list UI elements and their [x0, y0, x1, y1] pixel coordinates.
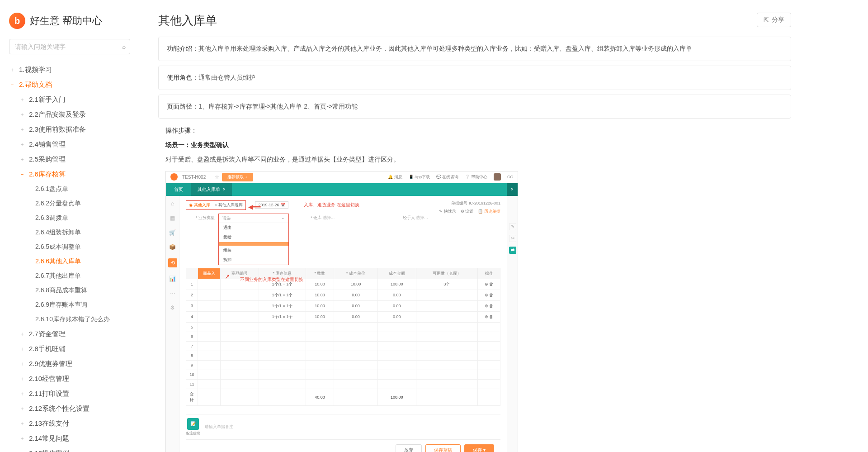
nav-2-9[interactable]: ＋2.9优惠券管理 — [9, 360, 130, 368]
nav-2-6-2[interactable]: 2.6.2分量盘点单 — [9, 200, 130, 208]
plus-icon: ＋ — [19, 436, 25, 442]
plus-icon: ＋ — [19, 406, 25, 412]
nav-2-6-3[interactable]: 2.6.3调拨单 — [9, 214, 130, 222]
nav-2-6[interactable]: －2.6库存核算 — [9, 170, 130, 179]
ss-logo-icon — [170, 173, 178, 181]
nav-2-12[interactable]: ＋2.12系统个性化设置 — [9, 404, 130, 413]
share-icon: ⇱ — [764, 16, 769, 24]
ss-table: 商品入商品编号* 库存信息* 数量* 成本单价成本金额可用量（仓库）操作 11个… — [186, 268, 500, 406]
main-content: 其他入库单 ⇱分享 功能介绍：其他入库单用来处理除采购入库、产成品入库之外的其他… — [139, 0, 868, 452]
nav-2-14[interactable]: ＋2.14常见问题 — [9, 434, 130, 443]
plus-icon: ＋ — [19, 346, 25, 352]
search-icon[interactable]: ⌕ — [122, 43, 126, 50]
ss-avatar-icon — [494, 173, 501, 181]
plus-icon: ＋ — [9, 67, 15, 73]
page-title: 其他入库单 — [158, 13, 217, 29]
search-input[interactable] — [9, 39, 130, 54]
brand-title: 好生意 帮助中心 — [30, 14, 102, 28]
nav-2-6-10[interactable]: 2.6.10库存账本错了怎么办 — [9, 315, 130, 324]
minus-icon: － — [19, 171, 25, 178]
intro-card: 功能介绍：其他入库单用来处理除采购入库、产成品入库之外的其他入库业务，因此其他入… — [158, 37, 791, 61]
plus-icon: ＋ — [19, 157, 25, 163]
plus-icon: ＋ — [19, 421, 25, 427]
minus-icon: － — [9, 82, 15, 88]
plus-icon: ＋ — [19, 127, 25, 133]
nav-video[interactable]: ＋1.视频学习 — [9, 66, 130, 74]
plus-icon: ＋ — [19, 391, 25, 397]
plus-icon: ＋ — [19, 361, 25, 367]
brand-row: b 好生意 帮助中心 — [9, 13, 130, 29]
nav-2-7[interactable]: ＋2.7资金管理 — [9, 330, 130, 338]
nav-2-15[interactable]: ＋2.15操作案例 — [9, 449, 130, 452]
ss-close-icon: × — [507, 183, 518, 196]
nav-2-8[interactable]: ＋2.8手机旺铺 — [9, 345, 130, 353]
plus-icon: ＋ — [19, 142, 25, 148]
nav-2-6-9[interactable]: 2.6.9库存账本查询 — [9, 301, 130, 309]
scene1-title: 场景一：业务类型确认 — [165, 141, 791, 149]
path-card: 页面路径：1、库存核算->库存管理->其他入库单 2、首页->常用功能 — [158, 95, 791, 119]
nav-2-13[interactable]: ＋2.13在线支付 — [9, 419, 130, 428]
nav-2-4[interactable]: ＋2.4销售管理 — [9, 140, 130, 149]
sidebar: b 好生意 帮助中心 ⌕ ＋1.视频学习 －2.帮助文档 ＋2.1新手入门 ＋2… — [0, 0, 139, 452]
search-box: ⌕ — [9, 39, 130, 54]
nav-2-6-7[interactable]: 2.6.7其他出库单 — [9, 272, 130, 280]
nav-tree: ＋1.视频学习 －2.帮助文档 ＋2.1新手入门 ＋2.2产品安装及登录 ＋2.… — [9, 62, 130, 452]
nav-2-6-6[interactable]: 2.6.6其他入库单 — [9, 257, 130, 266]
logo-icon: b — [9, 13, 25, 29]
nav-2-3[interactable]: ＋2.3使用前数据准备 — [9, 125, 130, 134]
nav-2-6-5[interactable]: 2.6.5成本调整单 — [9, 243, 130, 251]
plus-icon: ＋ — [19, 376, 25, 382]
nav-2-1[interactable]: ＋2.1新手入门 — [9, 95, 130, 104]
steps-title: 操作步骤： — [165, 127, 791, 135]
nav-2-6-4[interactable]: 2.6.4组装拆卸单 — [9, 228, 130, 237]
ss-left-nav: ⌂▦🛒📦⟲📊⋯⚙ — [166, 196, 179, 452]
plus-icon: ＋ — [19, 112, 25, 118]
nav-docs[interactable]: －2.帮助文档 — [9, 81, 130, 89]
nav-2-11[interactable]: ＋2.11打印设置 — [9, 390, 130, 398]
nav-2-6-8[interactable]: 2.6.8商品成本重算 — [9, 286, 130, 295]
plus-icon: ＋ — [19, 451, 25, 452]
plus-icon: ＋ — [19, 331, 25, 338]
nav-2-6-1[interactable]: 2.6.1盘点单 — [9, 185, 130, 193]
plus-icon: ＋ — [19, 97, 25, 103]
role-card: 使用角色：通常由仓管人员维护 — [158, 66, 791, 90]
nav-2-5[interactable]: ＋2.5采购管理 — [9, 155, 130, 164]
scene1-text: 对于受赠、盘盈或是拆装入库等不同的业务，是通过单据头【业务类型】进行区分。 — [165, 154, 791, 165]
nav-2-10[interactable]: ＋2.10经营管理 — [9, 375, 130, 383]
nav-2-2[interactable]: ＋2.2产品安装及登录 — [9, 110, 130, 119]
share-button[interactable]: ⇱分享 — [757, 13, 791, 27]
screenshot-image: TEST-H002 ☆ 推荐领取→ 🔔 消息 📱 App下载 💬 在线咨询 ❔ … — [165, 171, 518, 452]
